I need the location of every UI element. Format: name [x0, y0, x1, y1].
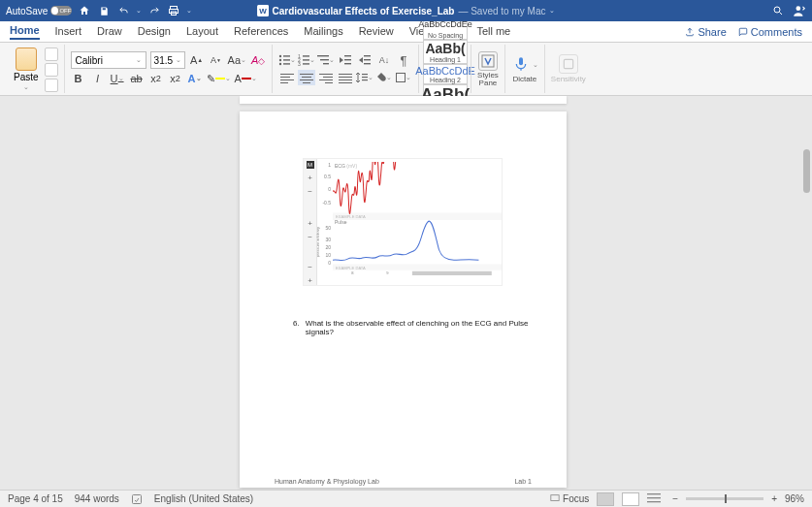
chart-scrollbar[interactable] — [412, 271, 492, 275]
strike-button[interactable]: ab — [129, 71, 145, 86]
view-outline-icon[interactable] — [647, 492, 665, 506]
align-center-icon[interactable] — [298, 70, 315, 85]
cut-icon[interactable] — [45, 48, 58, 61]
change-case-icon[interactable]: Aa⌄ — [228, 52, 246, 68]
zoom-out[interactable]: − — [672, 493, 678, 504]
grow-font-icon[interactable]: A▲ — [189, 52, 205, 68]
presence-icon[interactable] — [793, 4, 806, 17]
view-print-icon[interactable] — [597, 492, 614, 506]
tab-draw[interactable]: Draw — [97, 25, 122, 39]
format-painter-icon[interactable] — [45, 79, 58, 92]
align-right-icon[interactable] — [317, 70, 335, 85]
indent-left-icon[interactable] — [337, 52, 354, 68]
tell-me[interactable]: Tell me — [476, 25, 510, 39]
tab-references[interactable]: References — [234, 25, 288, 39]
plus-icon[interactable]: + — [308, 174, 312, 182]
line-spacing-icon[interactable]: ⌄ — [356, 70, 374, 85]
italic-button[interactable]: I — [90, 71, 106, 86]
copy-icon[interactable] — [45, 63, 58, 77]
shading-icon[interactable]: ⌄ — [375, 70, 393, 85]
vertical-scrollbar[interactable] — [800, 96, 812, 490]
zoom-in[interactable]: + — [771, 493, 777, 504]
svg-point-11 — [279, 63, 281, 65]
svg-text:8: 8 — [351, 270, 354, 275]
minus-icon[interactable]: − — [308, 187, 312, 196]
ecg-plot: EXAMPLE DATA — [333, 162, 502, 220]
plus-icon[interactable]: + — [308, 276, 312, 285]
page-footer: Human Anatomy & Physiology Lab Lab 1 — [275, 478, 532, 485]
svg-rect-22 — [344, 55, 351, 56]
question-6: 6. What is the observable effect of clen… — [293, 319, 547, 336]
autosave-toggle[interactable]: AutoSave OFF — [6, 6, 72, 16]
page-indicator[interactable]: Page 4 of 15 — [8, 493, 63, 504]
text-effects-icon[interactable]: A⌄ — [187, 71, 203, 86]
svg-rect-26 — [364, 59, 371, 60]
zoom-level[interactable]: 96% — [785, 493, 804, 504]
pulse-plot: EXAMPLE DATA 8 9 10 11 12 — [333, 219, 502, 275]
dictate-icon[interactable] — [511, 54, 531, 74]
search-icon[interactable] — [771, 4, 785, 17]
svg-rect-10 — [283, 59, 290, 60]
undo-icon[interactable] — [116, 4, 130, 17]
save-icon[interactable] — [97, 4, 111, 17]
svg-rect-23 — [344, 59, 351, 60]
multilevel-icon[interactable]: ⌄ — [317, 52, 335, 68]
document-page[interactable]: M + − + − − + 1 0.5 0 -0.5 50 30 — [240, 111, 567, 488]
bullets-icon[interactable]: ⌄ — [278, 52, 296, 68]
clear-format-icon[interactable]: A◇ — [250, 52, 266, 68]
zoom-slider[interactable] — [686, 497, 763, 500]
paste-button[interactable]: Paste ⌄ — [10, 46, 43, 93]
language-indicator[interactable]: English (United States) — [154, 493, 253, 504]
pilcrow-icon[interactable]: ¶ — [395, 52, 412, 68]
comments-button[interactable]: Comments — [738, 26, 802, 38]
word-icon: W — [257, 5, 269, 16]
tab-insert[interactable]: Insert — [55, 25, 82, 39]
shrink-font-icon[interactable]: A▼ — [209, 52, 224, 68]
tab-mailings[interactable]: Mailings — [304, 25, 342, 39]
styles-pane-icon[interactable] — [478, 51, 498, 71]
borders-icon[interactable]: ⌄ — [395, 70, 412, 85]
tab-design[interactable]: Design — [138, 25, 171, 39]
ribbon-tabs: Home Insert Draw Design Layout Reference… — [0, 21, 812, 43]
highlight-icon[interactable]: ✎⌄ — [207, 71, 231, 86]
undo-more[interactable]: ⌄ — [136, 7, 142, 15]
home-icon[interactable] — [78, 4, 91, 17]
numbering-icon[interactable]: 123⌄ — [298, 52, 315, 68]
scrollbar-thumb[interactable] — [803, 149, 810, 193]
indent-right-icon[interactable] — [356, 52, 374, 68]
minus-icon[interactable]: − — [308, 233, 312, 241]
subscript-button[interactable]: x2 — [148, 71, 164, 86]
align-left-icon[interactable] — [278, 70, 296, 85]
view-web-icon[interactable] — [622, 492, 639, 506]
redo-icon[interactable] — [147, 4, 161, 17]
align-justify-icon[interactable] — [337, 70, 354, 85]
font-family-select[interactable]: Calibri⌄ — [71, 51, 146, 69]
marker-icon[interactable]: M — [307, 161, 314, 169]
spell-icon[interactable] — [131, 493, 143, 505]
document-title: W Cardiovascular Effects of Exercise_Lab… — [257, 5, 556, 16]
plus-icon[interactable]: + — [308, 219, 312, 228]
font-color-icon[interactable]: A⌄ — [235, 71, 257, 86]
sort-icon[interactable]: A↓ — [375, 52, 393, 68]
minus-icon[interactable]: − — [308, 263, 312, 271]
underline-button[interactable]: U⌄ — [110, 71, 125, 86]
tab-home[interactable]: Home — [10, 24, 40, 40]
svg-rect-19 — [317, 55, 329, 56]
word-count[interactable]: 944 words — [75, 493, 119, 504]
font-size-select[interactable]: 31.5⌄ — [150, 51, 185, 69]
style-heading1[interactable]: AaBb(Heading 1 — [423, 40, 468, 64]
qat-more[interactable]: ⌄ — [186, 7, 192, 15]
sensitivity-icon — [559, 54, 578, 74]
bold-button[interactable]: B — [71, 71, 86, 86]
share-button[interactable]: Share — [685, 26, 726, 38]
svg-rect-12 — [283, 63, 290, 64]
tab-review[interactable]: Review — [359, 25, 394, 39]
print-icon[interactable] — [167, 4, 180, 17]
superscript-button[interactable]: x2 — [168, 71, 183, 86]
svg-rect-27 — [364, 63, 371, 64]
tab-layout[interactable]: Layout — [186, 25, 218, 39]
focus-mode[interactable]: Focus — [550, 493, 589, 504]
svg-rect-25 — [364, 55, 371, 56]
svg-rect-46 — [647, 493, 661, 494]
style-heading2[interactable]: AaBbCcDdEHeading 2 — [423, 64, 468, 84]
